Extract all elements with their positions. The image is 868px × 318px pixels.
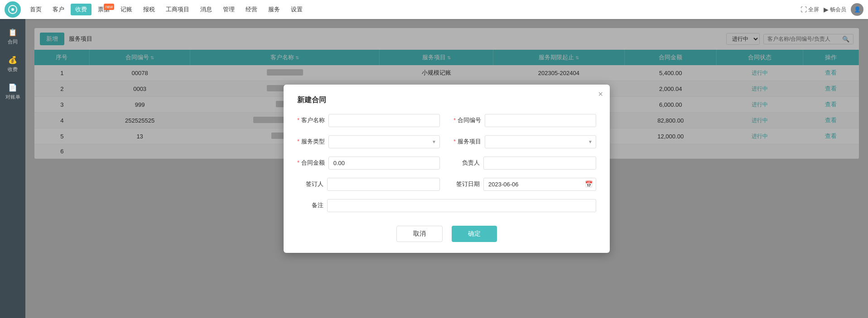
contract-icon: 📋 [8, 27, 18, 37]
main-layout: 📋 合同 💰 收费 📄 对账单 新增 服务项目 进行中 已完成 已终止 [0, 19, 868, 318]
nav-fee[interactable]: 收费 [71, 4, 92, 15]
person-label: 负责人 [453, 159, 480, 167]
nav-message[interactable]: 消息 [196, 4, 217, 15]
sign-date-input[interactable] [483, 178, 596, 191]
modal-title: 新建合同 [297, 95, 596, 105]
contract-no-input[interactable] [485, 114, 596, 127]
amount-input[interactable] [328, 157, 440, 170]
form-row-service-item: 服务项目 [453, 135, 596, 148]
customer-input[interactable] [328, 114, 440, 127]
service-item-label: 服务项目 [453, 138, 481, 146]
service-type-select[interactable] [328, 135, 440, 148]
nav-home[interactable]: 首页 [25, 4, 46, 15]
sidebar-label-fee: 收费 [8, 66, 18, 73]
contract-no-label: 合同编号 [453, 116, 481, 124]
nav-customer[interactable]: 客户 [48, 4, 69, 15]
fee-icon: 💰 [8, 55, 18, 65]
modal-close-button[interactable]: × [598, 90, 603, 98]
avatar[interactable]: 👤 [851, 3, 863, 16]
nav-industry[interactable]: 工商项目 [161, 4, 194, 15]
sidebar-item-fee[interactable]: 💰 收费 [0, 51, 25, 76]
nav-service[interactable]: 服务 [264, 4, 285, 15]
nav-settings[interactable]: 设置 [286, 4, 307, 15]
sidebar-label-contract: 合同 [8, 38, 18, 45]
form-row-notes: 备注 [297, 199, 596, 212]
customer-label: 客户名称 [297, 116, 325, 124]
form-row-service-type: 服务类型 [297, 135, 440, 148]
form-row-signer: 签订人 [297, 178, 440, 191]
notes-input[interactable] [327, 199, 596, 212]
signer-label: 签订人 [297, 180, 323, 188]
signer-input[interactable] [327, 178, 440, 191]
fullscreen-button[interactable]: ⛶ 全屏 [800, 6, 819, 14]
modal-footer: 取消 确定 [297, 226, 596, 242]
sign-date-wrapper: 📅 [483, 178, 596, 191]
fullscreen-label: 全屏 [808, 6, 819, 14]
modal-new-contract: × 新建合同 客户名称 合同编号 服务类型 [284, 85, 610, 253]
notes-label: 备注 [297, 201, 323, 209]
confirm-button[interactable]: 确定 [452, 226, 497, 242]
modal-overlay: × 新建合同 客户名称 合同编号 服务类型 [25, 19, 868, 318]
person-input[interactable] [483, 157, 596, 170]
new-badge: new [104, 4, 114, 10]
member-label: 畅会员 [830, 6, 846, 14]
nav-ticket[interactable]: 票据 new [93, 4, 114, 15]
sidebar: 📋 合同 💰 收费 📄 对账单 [0, 19, 25, 318]
form-grid: 客户名称 合同编号 服务类型 [297, 114, 596, 212]
form-row-person: 负责人 [453, 157, 596, 170]
form-row-customer: 客户名称 [297, 114, 440, 127]
nav-items: 首页 客户 收费 票据 new 记账 报税 工商项目 消息 管理 经营 服务 设… [25, 4, 800, 15]
sidebar-item-reconcile[interactable]: 📄 对账单 [0, 79, 25, 104]
sidebar-item-contract[interactable]: 📋 合同 [0, 24, 25, 49]
nav-operation[interactable]: 经营 [241, 4, 262, 15]
reconcile-icon: 📄 [8, 82, 18, 92]
sign-date-label: 签订日期 [453, 180, 480, 188]
app-logo [5, 1, 21, 18]
member-button[interactable]: ▶ 畅会员 [824, 6, 846, 14]
content-area: 新增 服务项目 进行中 已完成 已终止 全部 🔍 [25, 19, 868, 318]
play-icon: ▶ [824, 6, 829, 13]
fullscreen-icon: ⛶ [800, 6, 807, 13]
nav-right: ⛶ 全屏 ▶ 畅会员 👤 [800, 3, 863, 16]
form-row-contract-no: 合同编号 [453, 114, 596, 127]
nav-manage[interactable]: 管理 [218, 4, 239, 15]
form-row-amount: 合同金额 [297, 157, 440, 170]
amount-label: 合同金额 [297, 159, 325, 167]
calendar-icon[interactable]: 📅 [585, 180, 593, 188]
service-type-select-wrapper [328, 135, 440, 148]
avatar-icon: 👤 [854, 6, 861, 13]
cancel-button[interactable]: 取消 [396, 226, 443, 242]
top-nav: 首页 客户 收费 票据 new 记账 报税 工商项目 消息 管理 经营 服务 设… [0, 0, 868, 19]
form-row-sign-date: 签订日期 📅 [453, 178, 596, 191]
service-item-select[interactable] [485, 135, 596, 148]
nav-tax[interactable]: 报税 [139, 4, 159, 15]
sidebar-label-reconcile: 对账单 [5, 94, 20, 100]
service-type-label: 服务类型 [297, 138, 325, 146]
nav-bookkeep[interactable]: 记账 [116, 4, 137, 15]
service-item-select-wrapper [485, 135, 596, 148]
logo-icon [8, 5, 17, 14]
